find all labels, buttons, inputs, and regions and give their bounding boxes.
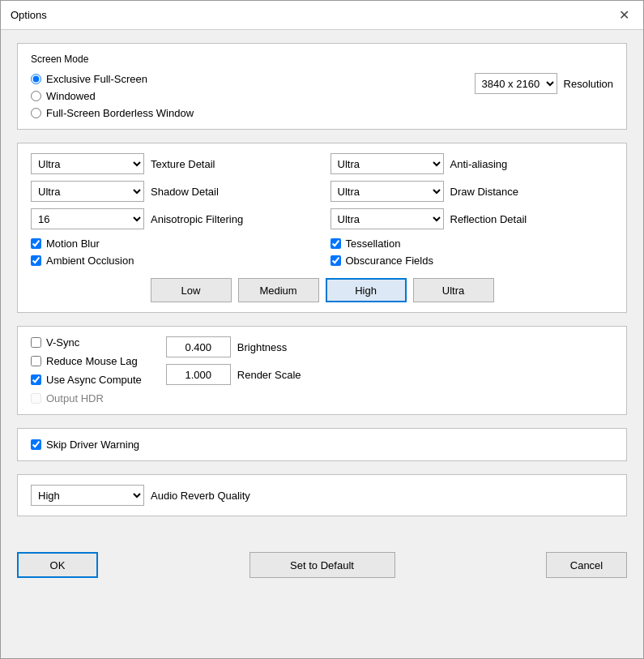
dialog-title: Options: [11, 9, 47, 21]
graphics-section: LowMediumHighUltra Texture Detail LowMed…: [17, 143, 627, 313]
use-async-compute-label: Use Async Compute: [46, 374, 142, 386]
reflection-detail-select[interactable]: LowMediumHighUltra: [331, 208, 444, 229]
dropdowns-grid: LowMediumHighUltra Texture Detail LowMed…: [31, 153, 613, 229]
draw-distance-label: Draw Distance: [450, 186, 519, 198]
reflection-detail-label: Reflection Detail: [450, 213, 527, 225]
windowed-label: Windowed: [46, 90, 96, 102]
output-hdr-row: Output HDR: [31, 392, 142, 404]
brightness-label: Brightness: [237, 341, 287, 353]
audio-section: LowMediumHighUltra Audio Reverb Quality: [17, 474, 627, 516]
vsync-label: V-Sync: [46, 336, 79, 349]
footer: OK Set to Default Cancel: [1, 542, 643, 591]
anisotropic-row: 24816 Anisotropic Filtering: [31, 208, 314, 229]
render-scale-input[interactable]: [166, 364, 231, 385]
resolution-row: 3840 x 2160 2560 x 1440 1920 x 1080 Reso…: [475, 73, 613, 94]
exclusive-fullscreen-radio[interactable]: [31, 74, 41, 84]
tessellation-row[interactable]: Tessellation: [331, 237, 614, 250]
draw-distance-row: LowMediumHighUltra Draw Distance: [331, 181, 614, 202]
tessellation-checkbox[interactable]: [331, 238, 341, 249]
reduce-mouse-lag-row[interactable]: Reduce Mouse Lag: [31, 355, 142, 367]
texture-detail-label: Texture Detail: [151, 158, 215, 170]
output-hdr-checkbox: [31, 393, 41, 404]
use-async-compute-checkbox[interactable]: [31, 374, 41, 385]
screen-mode-label: Screen Mode: [31, 53, 613, 65]
ultra-quality-button[interactable]: Ultra: [413, 278, 494, 302]
anisotropic-select[interactable]: 24816: [31, 208, 144, 229]
brightness-row: Brightness: [166, 336, 301, 357]
vsync-checkbox[interactable]: [31, 337, 41, 348]
skip-driver-warning-checkbox[interactable]: [31, 439, 41, 450]
medium-quality-button[interactable]: Medium: [238, 278, 319, 302]
render-scale-label: Render Scale: [237, 369, 301, 381]
anti-aliasing-select[interactable]: LowMediumHighUltra: [331, 153, 444, 174]
options-dialog: Options ✕ Screen Mode Exclusive Full-Scr…: [0, 0, 644, 659]
obscurance-fields-row[interactable]: Obscurance Fields: [331, 255, 614, 267]
exclusive-fullscreen-option[interactable]: Exclusive Full-Screen: [31, 73, 194, 85]
screen-mode-section: Screen Mode Exclusive Full-Screen Window…: [17, 43, 627, 130]
brightness-input[interactable]: [166, 336, 231, 357]
graphics-checkboxes: Motion Blur Tessellation Ambient Occlusi…: [31, 237, 613, 267]
close-button[interactable]: ✕: [614, 6, 633, 25]
driver-warning-section: Skip Driver Warning: [17, 428, 627, 461]
skip-driver-warning-label: Skip Driver Warning: [46, 439, 139, 451]
ambient-occlusion-row[interactable]: Ambient Occlusion: [31, 255, 314, 267]
borderless-option[interactable]: Full-Screen Borderless Window: [31, 107, 194, 119]
windowed-option[interactable]: Windowed: [31, 90, 194, 102]
set-to-default-button[interactable]: Set to Default: [249, 552, 395, 578]
reflection-detail-row: LowMediumHighUltra Reflection Detail: [331, 208, 614, 229]
motion-blur-checkbox[interactable]: [31, 238, 41, 249]
texture-detail-select[interactable]: LowMediumHighUltra: [31, 153, 144, 174]
high-quality-button[interactable]: High: [326, 278, 407, 302]
exclusive-fullscreen-label: Exclusive Full-Screen: [46, 73, 147, 85]
texture-detail-row: LowMediumHighUltra Texture Detail: [31, 153, 314, 174]
ambient-occlusion-label: Ambient Occlusion: [46, 255, 134, 267]
obscurance-fields-checkbox[interactable]: [331, 255, 341, 266]
ambient-occlusion-checkbox[interactable]: [31, 255, 41, 266]
shadow-detail-label: Shadow Detail: [151, 186, 219, 198]
resolution-label: Resolution: [564, 78, 613, 90]
misc-section: V-Sync Reduce Mouse Lag Use Async Comput…: [17, 326, 627, 415]
reduce-mouse-lag-checkbox[interactable]: [31, 356, 41, 366]
anti-aliasing-row: LowMediumHighUltra Anti-aliasing: [331, 153, 614, 174]
misc-right: Brightness Render Scale: [166, 336, 301, 404]
skip-driver-warning-row[interactable]: Skip Driver Warning: [31, 439, 613, 451]
obscurance-fields-label: Obscurance Fields: [346, 255, 433, 267]
misc-content: V-Sync Reduce Mouse Lag Use Async Comput…: [31, 336, 613, 404]
title-bar: Options ✕: [1, 1, 643, 30]
anisotropic-label: Anisotropic Filtering: [151, 213, 243, 225]
resolution-select[interactable]: 3840 x 2160 2560 x 1440 1920 x 1080: [475, 73, 557, 94]
motion-blur-label: Motion Blur: [46, 237, 100, 250]
cancel-button[interactable]: Cancel: [546, 552, 627, 578]
audio-reverb-label: Audio Reverb Quality: [151, 490, 250, 502]
anti-aliasing-label: Anti-aliasing: [450, 158, 508, 170]
motion-blur-row[interactable]: Motion Blur: [31, 237, 314, 250]
ok-button[interactable]: OK: [17, 552, 98, 578]
audio-reverb-row: LowMediumHighUltra Audio Reverb Quality: [31, 485, 613, 506]
draw-distance-select[interactable]: LowMediumHighUltra: [331, 181, 444, 202]
borderless-label: Full-Screen Borderless Window: [46, 107, 194, 119]
low-quality-button[interactable]: Low: [151, 278, 232, 302]
use-async-compute-row[interactable]: Use Async Compute: [31, 374, 142, 386]
content-area: Screen Mode Exclusive Full-Screen Window…: [1, 30, 643, 542]
borderless-radio[interactable]: [31, 108, 41, 118]
reduce-mouse-lag-label: Reduce Mouse Lag: [46, 355, 138, 367]
quality-buttons-row: Low Medium High Ultra: [31, 278, 613, 302]
shadow-detail-select[interactable]: LowMediumHighUltra: [31, 181, 144, 202]
misc-left: V-Sync Reduce Mouse Lag Use Async Comput…: [31, 336, 142, 404]
shadow-detail-row: LowMediumHighUltra Shadow Detail: [31, 181, 314, 202]
render-scale-row: Render Scale: [166, 364, 301, 385]
windowed-radio[interactable]: [31, 91, 41, 101]
screen-mode-options: Exclusive Full-Screen Windowed Full-Scre…: [31, 73, 194, 119]
audio-reverb-select[interactable]: LowMediumHighUltra: [31, 485, 144, 506]
output-hdr-label: Output HDR: [46, 392, 104, 404]
tessellation-label: Tessellation: [346, 237, 401, 250]
vsync-row[interactable]: V-Sync: [31, 336, 142, 349]
